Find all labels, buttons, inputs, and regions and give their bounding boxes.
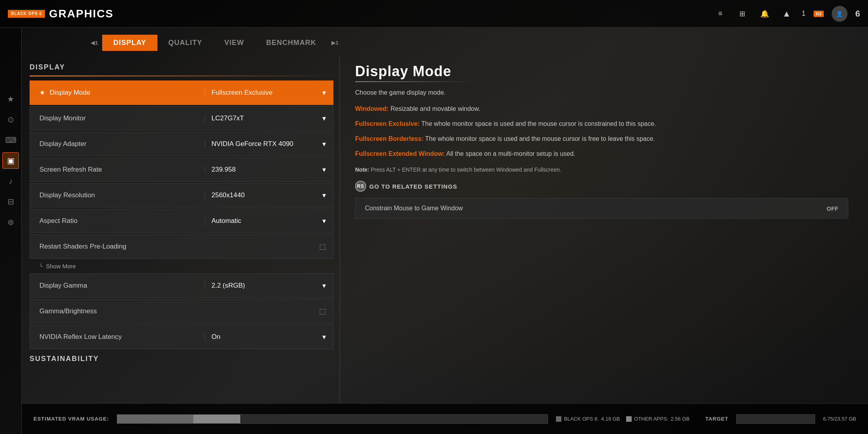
- show-more-label: Show More: [46, 263, 76, 269]
- tab-view[interactable]: VIEW: [213, 35, 255, 51]
- r3-badge: R3: [814, 11, 824, 17]
- logo-area: BLACK OPS 6 GRAPHICS: [8, 7, 114, 20]
- sidebar-icon-display[interactable]: ⊟: [2, 193, 19, 210]
- setting-value-screen-refresh-rate: 239.958: [205, 166, 315, 174]
- constrain-mouse-row[interactable]: Constrain Mouse to Game Window OFF: [355, 198, 848, 219]
- section-title-display: DISPLAY: [30, 63, 333, 71]
- info-title-underline: [355, 81, 473, 82]
- chevron-icon-screen-refresh-rate: ▾: [315, 165, 333, 174]
- target-label: TARGET: [705, 416, 728, 422]
- setting-label-nvidia-reflex: NVIDIA Reflex Low Latency: [30, 333, 205, 341]
- sidebar-icon-keyboard[interactable]: ⌨: [2, 132, 19, 148]
- info-option-text-windowed: Resizable and movable window.: [391, 105, 481, 112]
- sidebar-icon-star[interactable]: ★: [2, 91, 19, 107]
- setting-row-display-adapter[interactable]: Display Adapter NVIDIA GeForce RTX 4090 …: [30, 132, 333, 156]
- bottom-bar: ESTIMATED VRAM USAGE: BLACK OPS 6: 4.18 …: [22, 403, 868, 434]
- vram-legend-bo6: BLACK OPS 6: 4.18 GB: [556, 416, 620, 422]
- external-icon-gamma-brightness: ⬚: [312, 307, 333, 316]
- setting-label-display-mode: ★Display Mode: [30, 89, 205, 97]
- setting-value-nvidia-reflex: On: [205, 333, 315, 341]
- sidebar: ★ ⊙ ⌨ ▣ ♪ ⊟ ⊛: [0, 28, 22, 434]
- vram-legend-other: OTHER APPS: 2.56 GB: [626, 416, 689, 422]
- menu-icon[interactable]: ≡: [713, 7, 728, 21]
- setting-label-restart-shaders: Restart Shaders Pre-Loading: [30, 243, 202, 251]
- topbar-right: ≡ ⊞ 🔔 ▲ 1 R3 👤 6: [713, 6, 860, 22]
- vram-label: ESTIMATED VRAM USAGE:: [34, 416, 109, 422]
- setting-value-display-adapter: NVIDIA GeForce RTX 4090: [205, 140, 315, 148]
- sidebar-icon-controller[interactable]: ⊙: [2, 111, 19, 128]
- info-option-label-fullscreen-extended: Fullscreen Extended Window:: [355, 150, 445, 157]
- sidebar-icon-audio[interactable]: ♪: [2, 173, 19, 189]
- total-label: 6.75/23.57 GB: [823, 416, 856, 422]
- tab-display[interactable]: DISPLAY: [102, 35, 157, 51]
- vram-other-label: OTHER APPS:: [634, 416, 668, 422]
- chevron-icon-display-gamma: ▾: [315, 281, 333, 290]
- external-icon-restart-shaders: ⬚: [312, 242, 333, 251]
- info-option-label-windowed: Windowed:: [355, 105, 389, 112]
- setting-row-screen-refresh-rate[interactable]: Screen Refresh Rate 239.958 ▾: [30, 157, 333, 182]
- setting-value-display-resolution: 2560x1440: [205, 191, 315, 199]
- setting-label-display-gamma: Display Gamma: [30, 282, 205, 290]
- info-option-text-fullscreen-borderless: The whole monitor space is used and the …: [425, 135, 655, 142]
- main-settings-panel: DISPLAY ★Display Mode Fullscreen Exclusi…: [22, 55, 341, 402]
- vram-legend: BLACK OPS 6: 4.18 GB OTHER APPS: 2.56 GB: [556, 416, 689, 422]
- sidebar-icon-graphics[interactable]: ▣: [2, 152, 19, 169]
- vram-other-value: 2.56 GB: [671, 416, 690, 422]
- info-option-label-fullscreen-exclusive: Fullscreen Exclusive:: [355, 120, 420, 127]
- info-note-text: Press ALT + ENTER at any time to switch …: [371, 166, 561, 173]
- info-option-fullscreen-extended: Fullscreen Extended Window: All the spac…: [355, 149, 848, 159]
- chevron-icon-aspect-ratio: ▾: [315, 217, 333, 225]
- grid-icon[interactable]: ⊞: [735, 7, 750, 21]
- setting-row-display-monitor[interactable]: Display Monitor LC27G7xT ▾: [30, 106, 333, 131]
- setting-row-display-gamma[interactable]: Display Gamma 2.2 (sRGB) ▾: [30, 273, 333, 298]
- chevron-icon-display-adapter: ▾: [315, 140, 333, 148]
- info-option-label-fullscreen-borderless: Fullscreen Borderless:: [355, 135, 423, 142]
- settings-list-secondary: Display Gamma 2.2 (sRGB) ▾ Gamma/Brightn…: [30, 273, 333, 349]
- related-settings-button[interactable]: RS GO TO RELATED SETTINGS: [355, 181, 848, 192]
- tab-quality[interactable]: QUALITY: [157, 35, 213, 51]
- info-option-windowed: Windowed: Resizable and movable window.: [355, 104, 848, 114]
- vram-dot-bo6: [556, 416, 561, 422]
- tab-prefix-display: ◀1: [87, 36, 102, 50]
- setting-row-gamma-brightness[interactable]: Gamma/Brightness ⬚: [30, 299, 333, 324]
- section-title-sustainability: SUSTAINABILITY: [30, 355, 333, 363]
- info-note: Note: Press ALT + ENTER at any time to s…: [355, 166, 848, 173]
- setting-row-nvidia-reflex[interactable]: NVIDIA Reflex Low Latency On ▾: [30, 325, 333, 349]
- chevron-icon-nvidia-reflex: ▾: [315, 333, 333, 341]
- logo-box: BLACK OPS 6: [8, 10, 45, 18]
- bell-icon[interactable]: 🔔: [758, 7, 772, 21]
- shield-icon[interactable]: ▲: [780, 7, 794, 21]
- info-title: Display Mode: [355, 63, 848, 80]
- target-bar-container: [736, 414, 815, 424]
- info-note-bold: Note:: [355, 166, 369, 173]
- setting-label-gamma-brightness: Gamma/Brightness: [30, 307, 202, 315]
- chevron-icon-display-mode: ▾: [315, 88, 333, 97]
- chevron-icon-display-resolution: ▾: [315, 191, 333, 200]
- setting-label-display-resolution: Display Resolution: [30, 191, 205, 199]
- info-option-text-fullscreen-exclusive: The whole monitor space is used and the …: [421, 120, 656, 127]
- setting-row-aspect-ratio[interactable]: Aspect Ratio Automatic ▾: [30, 209, 333, 233]
- setting-value-display-mode: Fullscreen Exclusive: [205, 89, 315, 97]
- notification-count: 1: [802, 9, 806, 18]
- vram-bo6-label: BLACK OPS 6:: [564, 416, 599, 422]
- tab-suffix-benchmark: ▶1: [327, 36, 343, 50]
- vram-bar-other: [193, 415, 240, 423]
- show-more-btn[interactable]: └ Show More: [30, 259, 333, 273]
- setting-value-display-monitor: LC27G7xT: [205, 114, 315, 122]
- setting-label-display-monitor: Display Monitor: [30, 114, 205, 122]
- setting-row-display-mode[interactable]: ★Display Mode Fullscreen Exclusive ▾: [30, 80, 333, 105]
- constrain-mouse-label: Constrain Mouse to Game Window: [365, 205, 463, 212]
- related-settings-label: GO TO RELATED SETTINGS: [369, 183, 457, 190]
- star-icon-display-mode: ★: [39, 89, 45, 96]
- constrain-mouse-value: OFF: [827, 205, 838, 212]
- info-option-fullscreen-exclusive: Fullscreen Exclusive: The whole monitor …: [355, 119, 848, 129]
- sidebar-icon-network[interactable]: ⊛: [2, 214, 19, 230]
- setting-row-display-resolution[interactable]: Display Resolution 2560x1440 ▾: [30, 183, 333, 208]
- setting-row-restart-shaders[interactable]: Restart Shaders Pre-Loading ⬚: [30, 234, 333, 259]
- logo-line1: BLACK OPS 6: [11, 11, 42, 16]
- rs-badge-icon: RS: [355, 181, 366, 192]
- tab-benchmark[interactable]: BENCHMARK: [255, 35, 327, 51]
- setting-label-display-adapter: Display Adapter: [30, 140, 205, 148]
- settings-list-main: ★Display Mode Fullscreen Exclusive ▾ Dis…: [30, 80, 333, 259]
- info-option-fullscreen-borderless: Fullscreen Borderless: The whole monitor…: [355, 134, 848, 144]
